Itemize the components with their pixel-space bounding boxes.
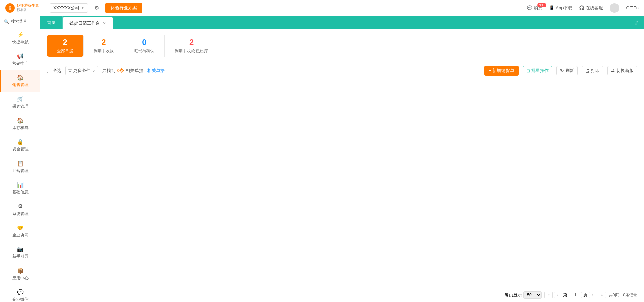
filter-icon: ▽ <box>68 68 72 73</box>
filter-button[interactable]: ▽ 更多条件 ∨ <box>65 66 98 75</box>
service-icon: 🎧 <box>579 5 584 10</box>
first-page-button[interactable]: « <box>544 292 553 298</box>
sidebar-item-cooperation[interactable]: 🤝 企业协同 <box>0 221 40 242</box>
sidebar-item-label: 营销推广 <box>12 61 29 66</box>
page-number-input[interactable] <box>569 292 582 298</box>
tab-home-label: 首页 <box>47 20 56 26</box>
app-center-icon: 📦 <box>17 267 24 274</box>
sidebar-item-label: 基础信息 <box>12 189 29 195</box>
app-download-label: App下载 <box>556 5 572 11</box>
batch-operation-button[interactable]: ⊞ 批量操作 <box>523 66 552 75</box>
sidebar-item-label: 采购管理 <box>12 104 29 109</box>
online-service-button[interactable]: 🎧 在线客服 <box>579 5 603 11</box>
batch-label: 批量操作 <box>531 68 549 74</box>
message-badge: 99+ <box>537 3 546 7</box>
logo-sub: 标准版 <box>17 8 39 12</box>
main-content: 首页 钱货日清工作台 ✕ — ⤢ 2 全部单据 2 到期未收款 0 旺铺待确认 <box>40 16 644 302</box>
toolbar: 全选 ▽ 更多条件 ∨ 共找到 0条 相关单据 相关单据 + 新增销货单 ⊞ <box>40 62 644 79</box>
sidebar-item-sales[interactable]: 🏠 销售管理 <box>0 70 40 92</box>
header-left: 6 畅捷通好生意 标准版 XXXXXX公司 ▼ ⚙ 体验行业方案 <box>5 3 142 13</box>
sidebar-item-wechat[interactable]: 💬 企业微信 <box>0 285 40 302</box>
found-text: 共找到 0条 相关单据 <box>102 68 143 74</box>
search-menu-button[interactable]: 🔍 搜索菜单 <box>0 16 40 27</box>
sidebar-item-label: 经营管理 <box>12 168 29 174</box>
tab-close-icon[interactable]: ✕ <box>103 21 106 26</box>
download-icon: 📱 <box>549 5 554 10</box>
prev-page-button[interactable]: ‹ <box>554 292 561 298</box>
marketing-icon: 📢 <box>17 53 24 59</box>
purchase-icon: 🛒 <box>17 96 24 102</box>
refresh-button[interactable]: ↻ 刷新 <box>556 66 578 75</box>
settings-button[interactable]: ⚙ <box>92 3 101 13</box>
search-icon: 🔍 <box>4 19 9 24</box>
stat-pending[interactable]: 0 旺铺待确认 <box>124 35 165 57</box>
sidebar-item-label: 企业微信 <box>12 297 29 302</box>
tab-bar: 首页 钱货日清工作台 ✕ — ⤢ <box>40 16 644 29</box>
tab-expand-button[interactable]: ⤢ <box>634 20 639 26</box>
select-all-checkbox[interactable]: 全选 <box>47 68 61 74</box>
message-button[interactable]: 💬 消息 99+ <box>527 5 542 11</box>
tab-bar-actions: — ⤢ <box>626 20 644 26</box>
tab-cash-goods-label: 钱货日清工作台 <box>69 20 100 26</box>
sidebar-item-marketing[interactable]: 📢 营销推广 <box>0 49 40 70</box>
tab-minimize-button[interactable]: — <box>626 20 632 26</box>
found-count: 0条 <box>117 68 124 73</box>
sidebar-item-label: 应用中心 <box>12 275 29 281</box>
stats-row: 2 全部单据 2 到期未收款 0 旺铺待确认 2 到期未收款 已出库 <box>40 29 644 62</box>
sidebar-item-operations[interactable]: 📋 经营管理 <box>0 156 40 178</box>
filter-chevron-icon: ∨ <box>92 68 95 73</box>
system-icon: ⚙ <box>18 203 23 209</box>
sidebar-item-inventory[interactable]: 🏠 库存核算 <box>0 113 40 135</box>
per-page-select[interactable]: 50 10 20 100 <box>523 291 542 299</box>
trial-button[interactable]: 体验行业方案 <box>105 3 142 13</box>
company-name: XXXXXX公司 <box>53 5 79 11</box>
found-suffix: 相关单据 <box>126 68 143 73</box>
logo-area: 6 畅捷通好生意 标准版 <box>5 3 46 13</box>
sidebar: 🔍 搜索菜单 ⚡ 快捷导航 📢 营销推广 🏠 销售管理 🛒 采购管理 🏠 库存核… <box>0 16 40 302</box>
found-prefix: 共找到 <box>102 68 115 73</box>
sidebar-item-label: 资金管理 <box>12 146 29 152</box>
switch-new-version-button[interactable]: ⇄ 切换新版 <box>607 66 637 75</box>
search-menu-label: 搜索菜单 <box>11 19 27 24</box>
inventory-icon: 🏠 <box>17 117 24 124</box>
online-service-label: 在线客服 <box>586 5 603 11</box>
add-sales-order-button[interactable]: + 新增销货单 <box>484 66 519 76</box>
sidebar-item-app-center[interactable]: 📦 应用中心 <box>0 263 40 285</box>
sidebar-item-base-info[interactable]: 📊 基础信息 <box>0 178 40 199</box>
toolbar-left: 全选 ▽ 更多条件 ∨ 共找到 0条 相关单据 相关单据 <box>47 66 480 75</box>
stat-pending-number: 0 <box>142 38 146 47</box>
app-download-button[interactable]: 📱 App下载 <box>549 5 572 11</box>
sidebar-item-quick-nav[interactable]: ⚡ 快捷导航 <box>0 27 40 49</box>
page-size-selector: 每页显示 50 10 20 100 <box>504 291 542 299</box>
next-page-button[interactable]: › <box>589 292 596 298</box>
stat-all[interactable]: 2 全部单据 <box>47 35 84 57</box>
print-label: 打印 <box>591 68 600 74</box>
sidebar-item-label: 快捷导航 <box>12 39 29 45</box>
sidebar-item-guide[interactable]: 📷 新手引导 <box>0 242 40 263</box>
stat-overdue-out[interactable]: 2 到期未收款 已出库 <box>165 35 218 57</box>
stat-overdue-number: 2 <box>101 38 106 47</box>
avatar[interactable] <box>610 3 619 13</box>
last-page-button[interactable]: » <box>598 292 606 298</box>
sidebar-item-finance[interactable]: 🔒 资金管理 <box>0 135 40 156</box>
quick-nav-icon: ⚡ <box>17 32 24 38</box>
sidebar-item-system[interactable]: ⚙ 系统管理 <box>0 199 40 221</box>
stat-overdue-out-number: 2 <box>189 38 194 47</box>
base-info-icon: 📊 <box>17 182 24 188</box>
select-all-input[interactable] <box>47 69 51 73</box>
print-button[interactable]: 🖨 打印 <box>582 66 603 75</box>
page-nav: « ‹ 第 页 › » <box>544 292 606 298</box>
stat-overdue[interactable]: 2 到期未收款 <box>84 35 124 57</box>
tab-cash-goods[interactable]: 钱货日清工作台 ✕ <box>63 17 113 29</box>
tab-home[interactable]: 首页 <box>40 16 63 29</box>
wechat-icon: 💬 <box>17 289 24 295</box>
sales-icon: 🏠 <box>17 74 24 81</box>
company-selector[interactable]: XXXXXX公司 ▼ <box>50 3 88 13</box>
header-right: 💬 消息 99+ 📱 App下载 🎧 在线客服 OfTEn <box>527 3 639 13</box>
sidebar-item-purchase[interactable]: 🛒 采购管理 <box>0 92 40 113</box>
related-orders-link[interactable]: 相关单据 <box>147 68 165 74</box>
cooperation-icon: 🤝 <box>17 225 24 231</box>
refresh-icon: ↻ <box>560 68 564 73</box>
guide-icon: 📷 <box>17 246 24 252</box>
per-page-label: 每页显示 <box>504 292 522 298</box>
